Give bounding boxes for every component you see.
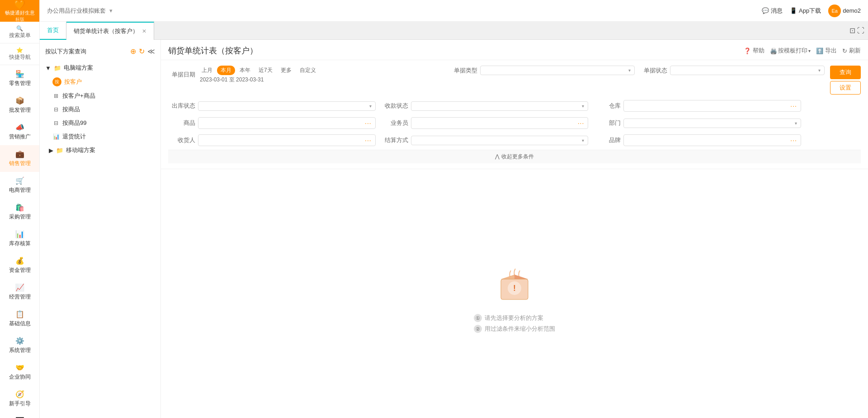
warehouse-dots-icon[interactable]: ···: [790, 102, 797, 109]
message-button[interactable]: 💬 消息: [762, 7, 783, 15]
empty-hint-2: ② 用过滤条件来缩小分析范围: [474, 325, 555, 333]
print-icon: 🖨️: [770, 48, 777, 54]
add-scheme-icon[interactable]: ⊕: [130, 47, 136, 56]
sidebar-item-system[interactable]: ⚙️ 系统管理: [0, 332, 39, 359]
collapse-panel-icon[interactable]: ≪: [147, 47, 155, 56]
tree-child-return-stats[interactable]: 📊 退货统计: [40, 130, 160, 143]
date-tab-more[interactable]: 更多: [277, 66, 295, 75]
product-dots-icon[interactable]: ···: [365, 119, 372, 127]
tab-home[interactable]: 首页: [40, 22, 66, 40]
department-select[interactable]: ▾: [623, 119, 801, 128]
salesperson-select[interactable]: ···: [411, 117, 589, 129]
refresh-scheme-icon[interactable]: ↻: [139, 47, 145, 56]
collapse-label: 收起更多条件: [501, 153, 534, 160]
collect-status-select[interactable]: ▾: [411, 101, 589, 111]
settlement-select[interactable]: ▾: [411, 136, 589, 145]
app-download-button[interactable]: 📱 App下载: [790, 7, 821, 15]
sidebar-item-ecommerce[interactable]: 🛒 电商管理: [0, 172, 39, 199]
tab-minimize-icon[interactable]: ⊡: [849, 26, 855, 35]
doc-status-select[interactable]: ▾: [670, 66, 825, 75]
sidebar-item-retail[interactable]: 🏪 零售管理: [0, 65, 39, 92]
sidebar-item-operations[interactable]: 📈 经营管理: [0, 279, 39, 305]
system-label: 系统管理: [9, 347, 31, 354]
template-print-button[interactable]: 🖨️ 按模板打印 ▾: [770, 47, 811, 55]
doc-type-label: 单据类型: [450, 66, 477, 75]
sidebar-item-sales[interactable]: 💼 销售管理: [0, 145, 39, 172]
tree-parent-desktop[interactable]: ▼ 📁 电脑端方案: [40, 61, 160, 75]
sidebar-search[interactable]: 🔍 搜索菜单: [0, 22, 39, 43]
sidebar: 🧡 畅捷通好生意 标版 🔍 搜索菜单 ⭐ 快捷导航 🏪 零售管理 📦 批发管理 …: [0, 0, 40, 418]
user-profile[interactable]: Ea demo2: [828, 5, 861, 17]
collapse-up-icon: ⋀: [495, 153, 501, 160]
hint-text-2: 用过滤条件来缩小分析范围: [485, 325, 555, 333]
hint-text-1: 请先选择要分析的方案: [485, 314, 543, 322]
sidebar-item-finance[interactable]: 💰 资金管理: [0, 252, 39, 279]
purchase-icon: 🛍️: [15, 203, 24, 212]
sidebar-item-inventory[interactable]: 📊 库存核算: [0, 225, 39, 252]
date-tab-last-month[interactable]: 上月: [198, 66, 216, 75]
download-label: App下载: [799, 7, 821, 15]
warehouse-select[interactable]: ···: [623, 100, 801, 112]
refresh-button[interactable]: ↻ 刷新: [842, 47, 861, 55]
page-title: 销货单统计表（按客户）: [168, 45, 258, 56]
query-button[interactable]: 查询: [830, 66, 861, 79]
avatar: Ea: [828, 5, 841, 17]
finance-label: 资金管理: [9, 266, 31, 274]
product-select[interactable]: ···: [198, 117, 376, 129]
tree-child-by-customer-product[interactable]: ⊞ 按客户+商品: [40, 89, 160, 103]
left-panel-title: 按以下方案查询: [45, 48, 86, 56]
sidebar-item-cooperation[interactable]: 🤝 企业协同: [0, 359, 39, 385]
collapse-filter-bar[interactable]: ⋀ 收起更多条件: [168, 150, 861, 163]
sidebar-item-guide[interactable]: 🧭 新手引导: [0, 385, 39, 412]
brand-select[interactable]: ···: [623, 134, 801, 146]
sidebar-quick-nav[interactable]: ⭐ 快捷导航: [0, 43, 39, 65]
tab-actions: ⊡ ⛶: [849, 26, 868, 35]
user-name: demo2: [843, 7, 861, 14]
out-status-label: 出库状态: [168, 102, 195, 110]
tree-expand-icon: ▼: [45, 65, 51, 71]
hint-num-1: ①: [474, 314, 482, 322]
header-left: 办公用品行业模拟账套 ▾: [47, 7, 113, 15]
help-button[interactable]: ❓ 帮助: [744, 47, 764, 55]
tab-maximize-icon[interactable]: ⛶: [857, 27, 864, 35]
header-right: 💬 消息 📱 App下载 Ea demo2: [762, 5, 861, 17]
export-button[interactable]: ⬆️ 导出: [816, 47, 837, 55]
date-tab-this-year[interactable]: 本年: [236, 66, 254, 75]
right-panel: 销货单统计表（按客户） ❓ 帮助 🖨️ 按模板打印 ▾ ⬆️ 导出: [161, 40, 868, 418]
tree-child-by-customer[interactable]: 按 按客户: [40, 75, 160, 89]
operations-label: 经营管理: [9, 293, 31, 301]
sidebar-item-apps[interactable]: 🔲 应用中心: [0, 412, 39, 418]
tab-close-icon[interactable]: ✕: [142, 28, 146, 34]
sidebar-item-purchase[interactable]: 🛍️ 采购管理: [0, 199, 39, 225]
tree-child-by-product[interactable]: ⊟ 按商品: [40, 103, 160, 116]
sidebar-item-basics[interactable]: 📋 基础信息: [0, 305, 39, 332]
tab-sales-report[interactable]: 销货单统计表（按客户） ✕: [66, 22, 154, 40]
tab-bar: 首页 销货单统计表（按客户） ✕ ⊡ ⛶: [40, 22, 868, 40]
hint-num-2: ②: [474, 325, 482, 333]
salesperson-dots-icon[interactable]: ···: [578, 119, 585, 127]
receiver-dots-icon[interactable]: ···: [365, 137, 372, 144]
date-tab-this-month[interactable]: 本月: [217, 66, 235, 75]
out-status-select[interactable]: ▾: [198, 101, 376, 111]
tree-parent-mobile[interactable]: ▶ 📁 移动端方案: [40, 143, 160, 157]
collect-status-label: 收款状态: [381, 102, 408, 110]
empty-hint-1: ① 请先选择要分析的方案: [474, 314, 555, 322]
doc-status-label: 单据状态: [640, 66, 667, 75]
date-tab-7days[interactable]: 近7天: [255, 66, 276, 75]
date-tab-custom[interactable]: 自定义: [296, 66, 320, 75]
tree-child-by-product99[interactable]: ⊟ 按商品99: [40, 116, 160, 130]
tab-sales-report-label: 销货单统计表（按客户）: [74, 27, 138, 35]
export-icon: ⬆️: [816, 48, 823, 54]
sidebar-item-marketing[interactable]: 📣 营销推广: [0, 119, 39, 145]
sidebar-item-wholesale[interactable]: 📦 批发管理: [0, 92, 39, 119]
app-logo[interactable]: 🧡 畅捷通好生意 标版: [0, 0, 39, 22]
settlement-label: 结算方式: [381, 136, 408, 144]
sales-icon: 💼: [15, 150, 24, 158]
doc-type-select[interactable]: ▾: [480, 66, 635, 75]
top-header: 办公用品行业模拟账套 ▾ 💬 消息 📱 App下载 Ea demo2: [40, 0, 868, 22]
sales-label: 销售管理: [9, 160, 31, 167]
settings-button[interactable]: 设置: [830, 81, 861, 95]
out-status-arrow-icon: ▾: [369, 104, 372, 109]
brand-dots-icon[interactable]: ···: [790, 137, 797, 144]
receiver-select[interactable]: ···: [198, 134, 376, 146]
